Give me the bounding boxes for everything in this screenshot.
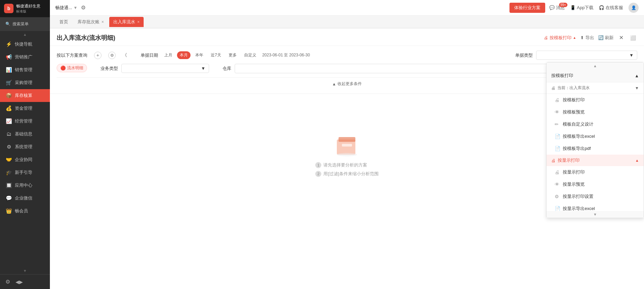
panel-scroll-area: 按模板打印 ▲ 🖨 当前：出入库流水 ▼ 🖨 按模板打印 👁 按模板预览: [547, 69, 644, 211]
close-window-button[interactable]: ✕: [618, 33, 625, 42]
display-preview-icon: 👁: [555, 182, 560, 187]
panel-scroll-up[interactable]: ▲: [547, 62, 644, 69]
print-template-button[interactable]: 🖨 按模板打印 ▲: [544, 35, 576, 41]
sidebar-item-quick-nav[interactable]: ⚡ 快捷导航: [0, 38, 50, 51]
tab-home[interactable]: 首页: [55, 17, 72, 27]
tab-flow[interactable]: 出入库流水 ×: [109, 17, 144, 27]
maximize-window-button[interactable]: ⬜: [629, 34, 637, 42]
tab-batch-account[interactable]: 库存批次账 ×: [74, 17, 108, 27]
template-custom-icon: ✏: [555, 122, 560, 127]
date-prev-month-btn[interactable]: 上月: [162, 51, 175, 59]
member-icon: 👑: [5, 208, 12, 214]
batch-account-tab-label: 库存批次账: [78, 19, 99, 25]
sidebar-scroll-up[interactable]: ▲: [0, 31, 50, 38]
receipt-type-select[interactable]: ▼: [536, 51, 637, 60]
content-area: 出入库流水(流水明细) 🖨 按模板打印 ▲ ⬆ 导出 🔄 刷新: [50, 28, 644, 289]
sidebar-item-purchase[interactable]: 🛒 采购管理: [0, 76, 50, 89]
sidebar-item-member[interactable]: 👑 畅会员: [0, 205, 50, 217]
dropdown-item-template-print[interactable]: 🖨 按模板打印: [547, 94, 644, 106]
sidebar-item-basic[interactable]: 🗂 基础信息: [0, 128, 50, 140]
sidebar-search-area[interactable]: 🔍 搜索菜单: [0, 17, 50, 31]
date-current-year-btn[interactable]: 本年: [193, 51, 206, 59]
export-label: 导出: [585, 35, 594, 41]
date-custom-btn[interactable]: 自定义: [241, 51, 259, 59]
user-avatar[interactable]: 👤: [628, 3, 639, 13]
warehouse-label: 仓库: [223, 65, 231, 72]
filter-row-1: 按以下方案查询 ＋ ⚙ 《 单据日期 上月 本月 本年 近7天 更多 自定义: [57, 51, 637, 60]
username-label: 畅捷通...: [55, 5, 72, 11]
sidebar-item-label: 企业协同: [15, 157, 32, 163]
logo-icon: b: [4, 4, 13, 13]
sidebar-item-system[interactable]: ⚙ 系统管理: [0, 140, 50, 153]
tip-2: 2 用[过滤]条件来缩小分析范围: [315, 171, 378, 177]
search-menu-button[interactable]: 🔍 搜索菜单: [3, 20, 47, 28]
sidebar-item-weixin[interactable]: 💬 企业微信: [0, 192, 50, 205]
system-icon: ⚙: [5, 144, 12, 150]
dropdown-header-arrow[interactable]: ▲: [635, 73, 639, 78]
dropdown-item-template-export-pdf[interactable]: 📄 按模板导出pdf: [547, 142, 644, 155]
date-more-btn[interactable]: 更多: [226, 51, 239, 59]
sidebar-item-finance[interactable]: 💰 资金管理: [0, 102, 50, 115]
app-download-icon: 📱: [570, 5, 576, 10]
messages-button[interactable]: 💬 消息 99+: [549, 5, 565, 11]
template-custom-label: 模板自定义设计: [563, 121, 593, 127]
dropdown-item-display-print[interactable]: 🖨 按显示打印: [547, 166, 644, 178]
tab-bar: 首页 库存批次账 × 出入库流水 ×: [50, 16, 644, 28]
print-template-arrow[interactable]: ▲: [573, 36, 576, 40]
trial-button[interactable]: 体验行业方案: [509, 3, 545, 13]
sidebar-item-label: 快捷导航: [15, 41, 32, 47]
logo-text-area: 畅捷通好生意 标准版: [16, 3, 40, 14]
dropdown-item-display-preview[interactable]: 👁 按显示预览: [547, 178, 644, 190]
template-preview-icon: 👁: [555, 109, 560, 115]
search-menu-label: 搜索菜单: [12, 21, 29, 27]
sidebar-item-label: 应用中心: [15, 182, 32, 188]
tip-1: 1 请先选择要分析的方案: [315, 162, 378, 168]
dropdown-item-display-print-settings[interactable]: ⚙ 按显示打印设置: [547, 190, 644, 203]
filter-config-button[interactable]: ⚙: [108, 52, 116, 59]
export-button[interactable]: ⬆ 导出: [580, 35, 594, 41]
dropdown-item-template-export-excel[interactable]: 📄 按模板导出excel: [547, 130, 644, 142]
header-settings-icon[interactable]: ⚙: [81, 4, 86, 11]
business-type-dropdown-icon: ▼: [201, 66, 205, 71]
sidebar-item-sales[interactable]: 📊 销售管理: [0, 63, 50, 76]
dropdown-header: 按模板打印 ▲: [547, 69, 644, 82]
filter-add-button[interactable]: ＋: [94, 52, 101, 59]
display-settings-icon: ⚙: [555, 194, 560, 199]
dropdown-item-template-custom[interactable]: ✏ 模板自定义设计: [547, 118, 644, 130]
refresh-button[interactable]: 🔄 刷新: [598, 35, 614, 41]
sidebar-item-guide[interactable]: 🎓 新手引导: [0, 166, 50, 179]
online-service-button[interactable]: 🎧 在线客服: [599, 5, 623, 11]
filter-collapse-icon[interactable]: 《: [122, 52, 127, 58]
sidebar-item-marketing[interactable]: 📢 营销推广: [0, 51, 50, 63]
date-current-month-btn[interactable]: 本月: [177, 51, 191, 59]
business-type-select[interactable]: ▼: [121, 64, 209, 73]
tip-2-number: 2: [315, 171, 321, 177]
sidebar-item-label: 基础信息: [15, 131, 32, 137]
tab-close-batch-account[interactable]: ×: [101, 20, 104, 24]
sidebar-item-app-center[interactable]: 🔲 应用中心: [0, 179, 50, 192]
template-print-label: 按模板打印: [563, 97, 585, 103]
settings-icon[interactable]: ⚙: [5, 279, 10, 285]
current-arrow[interactable]: ▼: [635, 86, 639, 90]
sidebar-item-label: 库存核算: [15, 93, 32, 99]
cooperation-icon: 🤝: [5, 157, 12, 163]
receipt-type-dropdown-icon: ▼: [629, 53, 634, 58]
collapse-sidebar-icon[interactable]: ◀▶: [16, 279, 23, 285]
sidebar-item-cooperation[interactable]: 🤝 企业协同: [0, 153, 50, 166]
app-download-button[interactable]: 📱 App下载: [570, 5, 593, 11]
filter-tag-label: 流水明细: [67, 65, 83, 71]
panel-scroll-down[interactable]: ▼: [547, 211, 644, 218]
display-print-section-header[interactable]: 🖨 按显示打印 ▲: [547, 155, 644, 166]
dropdown-item-template-preview[interactable]: 👁 按模板预览: [547, 106, 644, 118]
sidebar-scroll-down[interactable]: ▼: [0, 267, 50, 274]
printer-small-icon: 🖨: [551, 86, 555, 90]
dropdown-item-display-export-excel[interactable]: 📄 按显示导出excel: [547, 203, 644, 211]
date-recent-7-btn[interactable]: 近7天: [208, 51, 224, 59]
sidebar-item-operations[interactable]: 📈 经营管理: [0, 115, 50, 128]
user-dropdown-icon[interactable]: ▼: [74, 5, 78, 10]
refresh-icon: 🔄: [598, 35, 604, 40]
sidebar-item-inventory[interactable]: 📦 库存核算: [0, 89, 50, 102]
online-service-icon: 🎧: [599, 5, 604, 10]
sidebar-item-label: 销售管理: [15, 67, 32, 73]
tab-close-flow[interactable]: ×: [137, 20, 140, 24]
